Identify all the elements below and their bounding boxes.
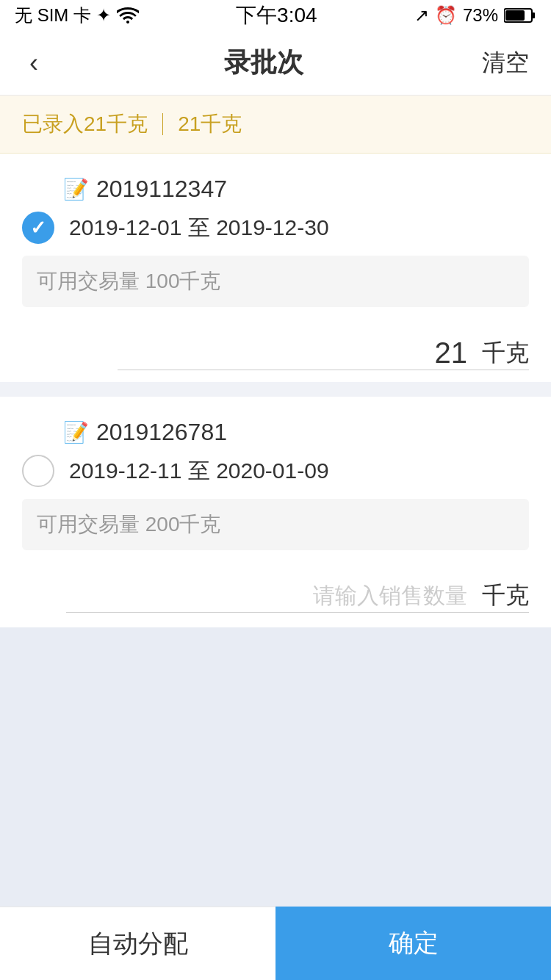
sim-text: 无 SIM 卡 ✦ [15,4,111,27]
batch-2-available: 可用交易量 200千克 [22,499,529,550]
info-banner: 已录入21千克 21千克 [0,96,551,154]
batch-2-underline [66,612,529,613]
svg-rect-1 [532,12,535,18]
batch-2-input-row: 请输入销售数量 千克 [0,565,551,612]
status-bar: 无 SIM 卡 ✦ 下午3:04 ↗ ⏰ 73% [0,0,551,31]
total-amount: 21千克 [178,110,242,138]
status-bar-left: 无 SIM 卡 ✦ [15,4,139,27]
auto-distribute-button[interactable]: 自动分配 [0,907,276,980]
bottom-actions: 自动分配 确定 [0,907,551,980]
batch-1-date: 2019-12-01 至 2019-12-30 [69,213,329,243]
status-bar-time: 下午3:04 [236,1,317,29]
alarm-icon: ⏰ [435,5,457,26]
banner-divider [162,113,163,135]
batch-1-quantity-value[interactable]: 21 [435,336,468,370]
batch-1-row[interactable]: 2019-12-01 至 2019-12-30 [22,212,529,244]
batch-2-header: 📝 2019126781 [22,419,529,446]
nav-bar: ‹ 录批次 清空 [0,31,551,96]
status-bar-right: ↗ ⏰ 73% [414,5,536,26]
batch-2-row[interactable]: 2019-12-11 至 2020-01-09 [22,455,529,487]
batch-1-underline-container [0,370,551,382]
wifi-icon [117,7,139,24]
recorded-amount: 已录入21千克 [22,110,148,138]
batch-card-2: 📝 2019126781 2019-12-11 至 2020-01-09 可用交… [0,397,551,565]
location-icon: ↗ [414,5,429,26]
batch-card-1: 📝 2019112347 2019-12-01 至 2019-12-30 可用交… [0,154,551,322]
batch-2-input-placeholder: 请输入销售数量 [313,581,467,611]
battery-text: 73% [463,5,498,26]
batch-2-date: 2019-12-11 至 2020-01-09 [69,456,329,486]
confirm-button[interactable]: 确定 [276,907,551,980]
back-button[interactable]: ‹ [22,40,46,86]
batch-1-radio[interactable] [22,212,54,244]
batch-2-id: 2019126781 [96,419,227,446]
batch-1-underline [118,370,529,370]
batch-1-header: 📝 2019112347 [22,176,529,203]
card-divider [0,382,551,397]
batch-2-underline-container [0,612,551,627]
clear-button[interactable]: 清空 [482,47,529,79]
batch-1-id: 2019112347 [96,176,227,203]
batch-1-quantity-row: 21 千克 [0,322,551,370]
battery-icon [504,7,536,24]
batch-1-icon: 📝 [63,177,89,201]
page-title: 录批次 [224,45,303,81]
batch-1-available: 可用交易量 100千克 [22,256,529,307]
batch-2-radio[interactable] [22,455,54,487]
batch-1-quantity-unit: 千克 [482,337,529,370]
batch-2-input-unit: 千克 [482,580,529,612]
svg-rect-2 [505,10,525,21]
batch-2-icon: 📝 [63,420,89,444]
